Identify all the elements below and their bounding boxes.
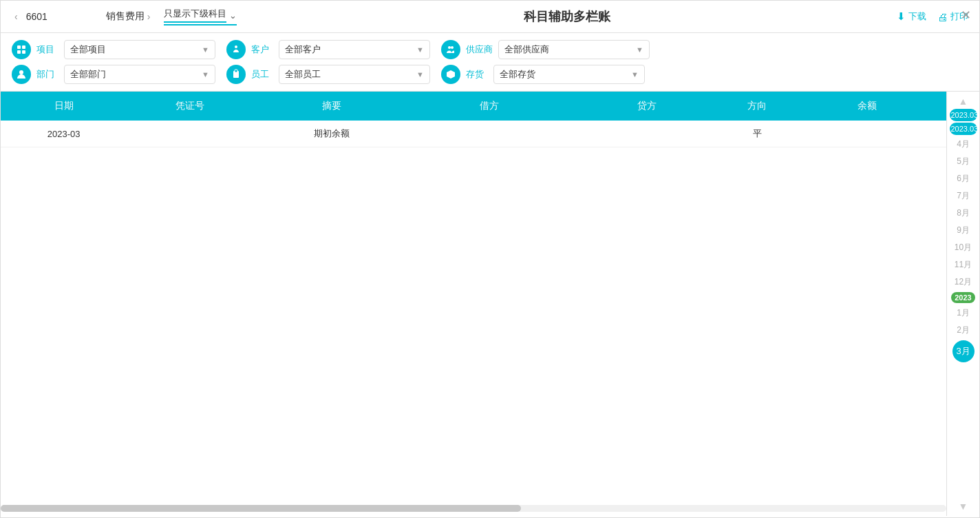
cell-balance <box>789 121 946 147</box>
svg-rect-3 <box>22 50 25 54</box>
timeline-month-5[interactable]: 5月 <box>947 153 979 170</box>
filter-project: 项目 全部项目 ▼ <box>12 40 215 59</box>
svg-rect-0 <box>17 45 21 49</box>
year-2023-badge: 2023 <box>951 292 974 303</box>
filter-department: 部门 全部部门 ▼ <box>12 65 215 84</box>
customer-value: 全部客户 <box>285 43 321 56</box>
main-window: ‹ 6601 销售费用 › 只显示下级科目 ⌄ 科目辅助多栏账 ⬇ 下载 🖨 打… <box>0 0 980 518</box>
inventory-label: 存货 <box>466 68 488 81</box>
timeline-period-2[interactable]: 2023.03 <box>950 123 977 135</box>
timeline-month-10[interactable]: 10月 <box>947 239 979 256</box>
filter-employee: 员工 全部员工 ▼ <box>226 65 430 84</box>
timeline-month-1[interactable]: 1月 <box>947 304 979 322</box>
project-icon <box>12 40 31 59</box>
table-area: 日期 凭证号 摘要 借方 贷方 方向 余额 2023-03 期初余额 平 <box>1 92 946 516</box>
timeline-period-1[interactable]: 2023.03 <box>950 109 977 121</box>
filter-supplier: 供应商 全部供应商 ▼ <box>441 40 650 59</box>
horizontal-scrollbar[interactable] <box>1 505 946 512</box>
timeline-up-arrow[interactable]: ▲ <box>957 94 970 108</box>
table-row: 2023-03 期初余额 平 <box>1 121 946 147</box>
employee-label: 员工 <box>251 68 273 81</box>
svg-rect-8 <box>235 70 237 72</box>
cell-voucher <box>127 121 253 147</box>
timeline-month-7[interactable]: 7月 <box>947 187 979 205</box>
download-icon: ⬇ <box>897 10 906 23</box>
page-title: 科目辅助多栏账 <box>237 8 897 25</box>
print-icon: 🖨 <box>937 11 948 23</box>
action-buttons: ⬇ 下载 🖨 打印 <box>897 10 968 23</box>
header: ‹ 6601 销售费用 › 只显示下级科目 ⌄ 科目辅助多栏账 ⬇ 下载 🖨 打… <box>1 1 979 33</box>
inventory-value: 全部存货 <box>500 68 535 81</box>
table-header-row: 日期 凭证号 摘要 借方 贷方 方向 余额 <box>1 92 946 121</box>
department-select[interactable]: 全部部门 ▼ <box>64 65 215 84</box>
employee-arrow: ▼ <box>416 70 424 79</box>
show-sub-filter[interactable]: 只显示下级科目 ⌄ <box>164 8 237 25</box>
timeline-sidebar: ▲ 2023.03 2023.03 4月 5月 6月 7月 8月 9月 10月 … <box>946 92 979 516</box>
filter-customer: 客户 全部客户 ▼ <box>226 40 430 59</box>
timeline-month-12[interactable]: 12月 <box>947 273 979 291</box>
filter-row-1: 项目 全部项目 ▼ 客户 全部客户 ▼ 供应 <box>12 40 968 59</box>
col-debit: 借方 <box>410 92 568 121</box>
project-label: 项目 <box>36 43 58 56</box>
timeline-active-month-3[interactable]: 3月 <box>952 340 974 362</box>
account-code-text: 6601 <box>21 10 103 23</box>
col-summary: 摘要 <box>253 92 410 121</box>
account-code-display: 6601 销售费用 <box>21 10 145 23</box>
supplier-value: 全部供应商 <box>504 43 549 56</box>
col-direction: 方向 <box>725 92 789 121</box>
col-credit: 贷方 <box>568 92 725 121</box>
supplier-icon <box>441 40 460 59</box>
department-value: 全部部门 <box>70 68 106 81</box>
customer-arrow: ▼ <box>416 45 424 54</box>
timeline-down-arrow[interactable]: ▼ <box>957 499 970 513</box>
filter-area: 项目 全部项目 ▼ 客户 全部客户 ▼ 供应 <box>1 33 979 92</box>
timeline-month-11[interactable]: 11月 <box>947 256 979 273</box>
supplier-select[interactable]: 全部供应商 ▼ <box>498 40 650 59</box>
account-name-text: 销售费用 <box>106 10 145 23</box>
show-sub-label: 只显示下级科目 <box>164 8 226 23</box>
close-btn[interactable]: ✕ <box>961 8 971 23</box>
customer-select[interactable]: 全部客户 ▼ <box>279 40 430 59</box>
col-voucher: 凭证号 <box>127 92 253 121</box>
timeline-month-6[interactable]: 6月 <box>947 170 979 187</box>
svg-point-4 <box>448 46 451 49</box>
timeline-month-4[interactable]: 4月 <box>947 136 979 153</box>
next-account-btn[interactable]: › <box>145 10 153 23</box>
project-select[interactable]: 全部项目 ▼ <box>64 40 215 59</box>
filter-row-2: 部门 全部部门 ▼ 员工 全部员工 ▼ 存货 <box>12 65 968 84</box>
supplier-label: 供应商 <box>466 43 493 56</box>
employee-icon <box>226 65 246 84</box>
timeline-month-2[interactable]: 2月 <box>947 322 979 339</box>
download-btn[interactable]: ⬇ 下载 <box>897 10 926 23</box>
cell-summary: 期初余额 <box>253 121 410 147</box>
prev-account-btn[interactable]: ‹ <box>12 10 21 23</box>
svg-rect-2 <box>17 50 21 54</box>
download-label: 下载 <box>908 10 926 23</box>
col-date: 日期 <box>1 92 127 121</box>
project-value: 全部项目 <box>70 43 106 56</box>
filter-inventory: 存货 全部存货 ▼ <box>441 65 645 84</box>
timeline-month-8[interactable]: 8月 <box>947 205 979 222</box>
cell-direction: 平 <box>725 121 789 147</box>
project-arrow: ▼ <box>202 45 209 54</box>
inventory-icon <box>441 65 460 84</box>
col-balance: 余额 <box>789 92 946 121</box>
customer-label: 客户 <box>251 43 273 56</box>
timeline-month-9[interactable]: 9月 <box>947 222 979 239</box>
main-content: 日期 凭证号 摘要 借方 贷方 方向 余额 2023-03 期初余额 平 <box>1 92 979 516</box>
svg-point-5 <box>451 46 454 49</box>
employee-select[interactable]: 全部员工 ▼ <box>279 65 430 84</box>
supplier-arrow: ▼ <box>636 45 643 54</box>
svg-point-6 <box>19 70 23 74</box>
department-icon <box>12 65 31 84</box>
department-arrow: ▼ <box>202 70 209 79</box>
cell-date: 2023-03 <box>1 121 127 147</box>
inventory-arrow: ▼ <box>631 70 639 79</box>
employee-value: 全部员工 <box>285 68 321 81</box>
department-label: 部门 <box>36 68 58 81</box>
cell-debit <box>410 121 568 147</box>
inventory-select[interactable]: 全部存货 ▼ <box>493 65 645 84</box>
data-table: 日期 凭证号 摘要 借方 贷方 方向 余额 2023-03 期初余额 平 <box>1 92 946 147</box>
scrollbar-thumb <box>1 505 521 512</box>
show-sub-arrow: ⌄ <box>229 10 237 21</box>
